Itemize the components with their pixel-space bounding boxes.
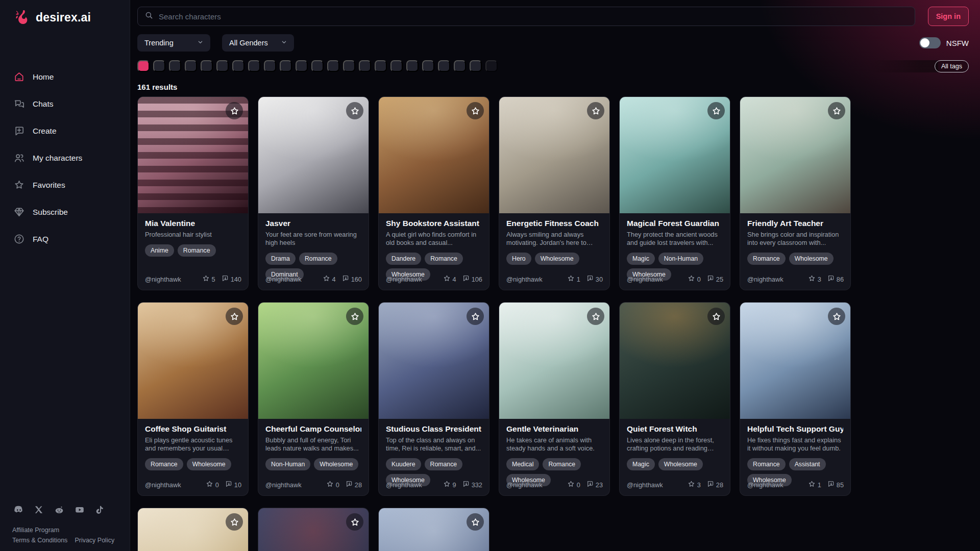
x-social-icon[interactable] <box>33 504 44 515</box>
character-card-partial[interactable] <box>258 508 369 551</box>
favorite-button[interactable] <box>346 102 363 119</box>
favorite-button[interactable] <box>346 308 363 325</box>
sidebar-item-subscribe[interactable]: Subscribe <box>0 198 130 226</box>
character-card[interactable]: Mia Valentine Professional hair stylist … <box>137 96 249 290</box>
tag-filter-pill[interactable] <box>343 60 355 72</box>
author-handle: @nighthawk <box>265 276 317 283</box>
character-card-partial[interactable] <box>378 508 489 551</box>
favorite-button[interactable] <box>226 102 243 119</box>
favorite-button[interactable] <box>828 102 845 119</box>
favorite-star-icon <box>202 274 210 282</box>
favorite-button[interactable] <box>467 102 484 119</box>
reddit-social-icon[interactable] <box>53 504 65 515</box>
character-card[interactable]: Friendly Art Teacher She brings color an… <box>740 96 851 290</box>
character-card[interactable]: Helpful Tech Support Guy He fixes things… <box>740 302 851 496</box>
star-count-icon <box>202 274 210 284</box>
tag-filter-pill[interactable] <box>485 60 498 72</box>
favorite-button[interactable] <box>587 102 604 119</box>
character-card[interactable]: Jasver Your feet are sore from wearing h… <box>258 96 369 290</box>
sort-dropdown-value: Trending <box>144 39 174 47</box>
brand-logo[interactable]: desirex.ai <box>0 0 130 27</box>
tag-filter-pill[interactable] <box>296 60 308 72</box>
character-card[interactable]: Cheerful Camp Counselor Bubbly and full … <box>258 302 369 496</box>
sidebar-item-my-characters[interactable]: My characters <box>0 144 130 171</box>
favorite-star-icon <box>712 312 721 321</box>
favorite-button[interactable] <box>226 308 243 325</box>
favorite-button[interactable] <box>587 308 604 325</box>
footer-link-affiliate-program[interactable]: Affiliate Program <box>12 527 59 534</box>
all-tags-button[interactable]: All tags <box>935 60 969 72</box>
favorite-star-icon <box>350 517 360 527</box>
tag-filter-pill[interactable] <box>169 60 181 72</box>
tag-filter-pill[interactable] <box>232 60 244 72</box>
favorite-button[interactable] <box>226 513 243 531</box>
gender-dropdown[interactable]: All Genders <box>222 34 294 52</box>
nsfw-toggle[interactable] <box>919 37 941 48</box>
comment-icon <box>586 274 594 282</box>
tiktok-social-icon[interactable] <box>94 504 106 515</box>
character-tag: Wholesome <box>314 458 358 470</box>
favorite-button[interactable] <box>707 102 725 119</box>
character-name: Magical Forest Guardian <box>627 219 723 228</box>
tag-filter-pill[interactable] <box>406 60 419 72</box>
sidebar-item-create[interactable]: Create <box>0 117 130 144</box>
character-tag: Romance <box>747 458 786 470</box>
character-card[interactable]: Studious Class President Top of the clas… <box>378 302 489 496</box>
sidebar-item-faq[interactable]: FAQ <box>0 226 130 253</box>
search-input[interactable] <box>159 12 908 21</box>
sign-in-button[interactable]: Sign in <box>928 7 969 26</box>
tag-filter-pill[interactable] <box>280 60 292 72</box>
sidebar-item-home[interactable]: Home <box>0 63 130 90</box>
tag-filter-pill[interactable] <box>201 60 213 72</box>
sidebar-item-chats[interactable]: Chats <box>0 90 130 117</box>
character-card-partial[interactable] <box>137 508 249 551</box>
tag-filter-pill[interactable] <box>216 60 229 72</box>
favorite-button[interactable] <box>467 513 484 531</box>
character-name: Shy Bookstore Assistant <box>386 219 482 228</box>
youtube-social-icon[interactable] <box>74 504 85 515</box>
tag-filter-pill[interactable] <box>248 60 260 72</box>
character-tag: Romance <box>299 253 337 265</box>
tag-filter-pill[interactable] <box>375 60 387 72</box>
tag-filter-pill[interactable] <box>438 60 450 72</box>
character-tag: Romance <box>178 244 216 257</box>
discord-social-icon[interactable] <box>12 504 24 515</box>
comment-count: 28 <box>355 481 362 489</box>
tag-filter-pill[interactable] <box>264 60 276 72</box>
tag-filter-pill[interactable] <box>327 60 339 72</box>
sort-dropdown[interactable]: Trending <box>137 34 210 52</box>
comment-icon <box>462 480 470 488</box>
footer-link-privacy-policy[interactable]: Privacy Policy <box>75 537 114 544</box>
character-tag: Kuudere <box>386 458 421 470</box>
tag-filter-pill[interactable] <box>422 60 434 72</box>
favorite-button[interactable] <box>707 308 725 325</box>
tag-filter-pill[interactable] <box>153 60 165 72</box>
comment-count-icon <box>586 274 594 284</box>
tag-filter-pill[interactable] <box>470 60 482 72</box>
tag-filter-pill[interactable] <box>185 60 197 72</box>
character-card[interactable]: Shy Bookstore Assistant A quiet girl who… <box>378 96 489 290</box>
tag-filter-pill[interactable] <box>390 60 403 72</box>
comments-stat: 160 <box>341 274 362 284</box>
character-image <box>379 97 489 213</box>
comments-stat: 30 <box>586 274 603 284</box>
character-tag: Wholesome <box>187 458 231 470</box>
footer-link-terms---conditions[interactable]: Terms & Conditions <box>12 537 67 544</box>
tag-filter-pill[interactable] <box>359 60 371 72</box>
sidebar-item-favorites[interactable]: Favorites <box>0 171 130 198</box>
favorite-button[interactable] <box>467 308 484 325</box>
character-card[interactable]: Magical Forest Guardian They protect the… <box>619 96 730 290</box>
character-card[interactable]: Quiet Forest Witch Lives alone deep in t… <box>619 302 730 496</box>
favorite-button[interactable] <box>828 308 845 325</box>
character-name: Friendly Art Teacher <box>747 219 843 228</box>
comment-icon <box>345 480 353 488</box>
tag-filter-pill[interactable] <box>454 60 466 72</box>
tag-filter-pill[interactable] <box>311 60 324 72</box>
tag-filter-pill[interactable] <box>137 60 150 72</box>
character-card[interactable]: Gentle Veterinarian He takes care of ani… <box>499 302 610 496</box>
character-card[interactable]: Energetic Fitness Coach Always smiling a… <box>499 96 610 290</box>
star-count-icon <box>808 274 816 284</box>
character-card[interactable]: Coffee Shop Guitarist Eli plays gentle a… <box>137 302 249 496</box>
favorite-button[interactable] <box>346 513 363 531</box>
character-tags: HeroWholesome <box>506 253 602 265</box>
